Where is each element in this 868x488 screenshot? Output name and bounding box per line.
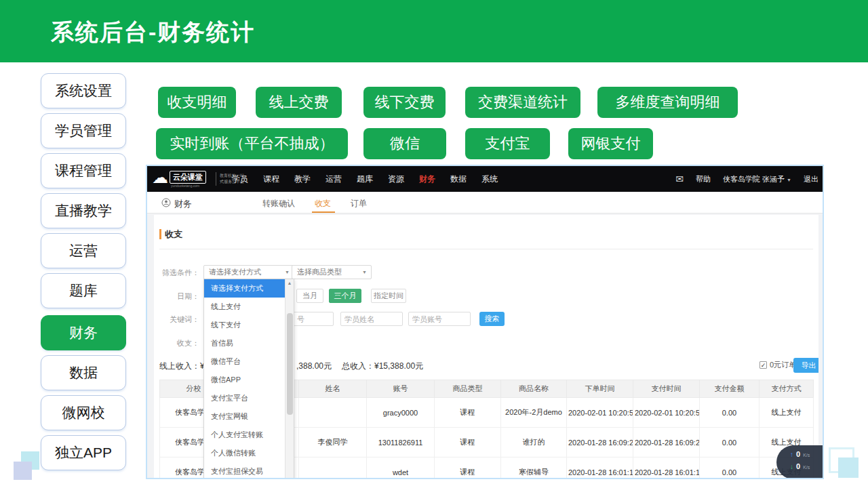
nav-item-data[interactable]: 数据: [450, 174, 467, 185]
table-cell: 课程: [435, 458, 501, 480]
sidebar-item-finance[interactable]: 财务: [41, 315, 126, 350]
payment-method-select[interactable]: 请选择支付方式 ▼: [203, 265, 294, 279]
nav-item-question-bank[interactable]: 题库: [357, 174, 373, 185]
online-income-suffix: ,388.00元: [296, 361, 332, 372]
table-header-cell: 商品名称: [501, 380, 567, 398]
income-expense-panel: 收支 筛选条件： 请选择支付方式 ▼ 选择商品类型 ▼ 日期： 当月 三个月 指…: [154, 215, 818, 479]
table-header-cell: 支付时间: [633, 380, 700, 398]
student-name-input[interactable]: [340, 312, 403, 326]
feature-offline-payment[interactable]: 线下交费: [363, 87, 446, 118]
nav-item-operations[interactable]: 运营: [326, 174, 342, 185]
logo-url: yunduoketang.com: [171, 184, 199, 188]
dropdown-option[interactable]: 个人支付宝转账: [204, 426, 286, 444]
keyword-label: 关键词：: [154, 314, 199, 325]
tab-transfer-confirm[interactable]: 转账确认: [262, 198, 295, 209]
feature-income-expense-detail[interactable]: 收支明细: [158, 87, 236, 118]
export-button[interactable]: 导出: [793, 358, 818, 373]
upload-speed-value: 0: [796, 450, 800, 458]
product-type-select-value: 选择商品类型: [297, 268, 342, 276]
sidebar-item-student-management[interactable]: 学员管理: [41, 113, 126, 148]
messages-icon[interactable]: ✉: [675, 174, 684, 184]
dropdown-scrollbar[interactable]: ▲: [285, 279, 294, 479]
feature-netbank-payment[interactable]: 网银支付: [568, 128, 653, 159]
dropdown-option[interactable]: 线下支付: [204, 316, 286, 334]
table-cell: 寒假辅导: [501, 458, 567, 480]
table-cell: [299, 398, 367, 428]
user-menu[interactable]: 侠客岛学院 张涵予 ▼: [723, 174, 791, 184]
logout-link[interactable]: 退出: [804, 174, 818, 184]
table-header-cell: 支付方式: [760, 380, 814, 398]
table-header-cell: 账号: [367, 380, 435, 398]
divider: [159, 249, 813, 249]
table-cell: 2020-01-28 16:09:27: [633, 428, 700, 458]
scrollbar-thumb[interactable]: [287, 313, 293, 415]
decor-square-lavender: [14, 462, 32, 480]
feature-multidimensional-query[interactable]: 多维度查询明细: [597, 87, 738, 118]
dropdown-option[interactable]: 个人微信转账: [204, 444, 286, 462]
nav-item-teaching[interactable]: 教学: [294, 174, 311, 185]
sidebar-item-live-teaching[interactable]: 直播教学: [41, 193, 126, 228]
user-name: 侠客岛学院 张涵予: [723, 175, 785, 183]
dropdown-option[interactable]: 请选择支付方式: [204, 279, 286, 298]
online-income-prefix: 线上收入：¥: [159, 361, 205, 372]
chevron-down-icon: ▼: [787, 178, 791, 182]
feature-online-payment[interactable]: 线上交费: [256, 87, 342, 118]
nav-item-finance[interactable]: 财务: [419, 174, 435, 185]
decor-square-fill: [838, 458, 859, 478]
keyword-input[interactable]: [293, 312, 334, 326]
table-cell: 课程: [435, 398, 501, 428]
sidebar-item-course-management[interactable]: 课程管理: [41, 153, 126, 188]
active-tab-underline: [312, 211, 335, 213]
feature-payment-channel-stats[interactable]: 交费渠道统计: [465, 87, 580, 118]
nav-item-courses[interactable]: 课程: [263, 174, 279, 185]
feature-wechat[interactable]: 微信: [363, 128, 446, 159]
finance-section-icon: [161, 198, 171, 209]
scroll-up-icon[interactable]: ▲: [285, 281, 294, 285]
feature-realtime-settlement[interactable]: 实时到账（平台不抽成）: [156, 128, 348, 159]
product-type-select[interactable]: 选择商品类型 ▼: [292, 265, 372, 279]
heading-accent-bar: [159, 229, 161, 239]
sidebar-item-micro-school[interactable]: 微网校: [41, 395, 126, 430]
dropdown-option[interactable]: 微信平台: [204, 352, 286, 371]
table-cell: 0.00: [700, 458, 760, 480]
dropdown-option[interactable]: 支付宝平台: [204, 389, 286, 407]
table-cell: 2020-01-28 16:01:17: [567, 458, 633, 480]
table-cell: 0.00: [700, 428, 760, 458]
dropdown-option[interactable]: 支付宝网银: [204, 407, 286, 426]
sidebar-item-data[interactable]: 数据: [41, 355, 126, 390]
feature-alipay[interactable]: 支付宝: [465, 128, 550, 159]
table-cell: 13011826911: [367, 428, 435, 458]
date-three-months-button[interactable]: 三个月: [329, 289, 361, 303]
dropdown-option[interactable]: 线上支付: [204, 298, 286, 316]
dropdown-option[interactable]: 微信APP: [204, 371, 286, 389]
download-speed-value: 0: [796, 462, 800, 470]
zero-order-checkbox[interactable]: ✓ 0元订单: [760, 360, 796, 370]
nav-item-students[interactable]: 学员: [232, 174, 248, 185]
table-header-cell: 姓名: [299, 380, 367, 398]
dropdown-option[interactable]: 支付宝担保交易: [204, 462, 286, 479]
tab-orders[interactable]: 订单: [351, 198, 367, 209]
sidebar-item-standalone-app[interactable]: 独立APP: [41, 435, 126, 470]
sidebar-item-system-settings[interactable]: 系统设置: [41, 73, 126, 108]
table-cell: 2020-02-01 10:20:56: [633, 398, 700, 428]
nav-item-resources[interactable]: 资源: [388, 174, 404, 185]
nav-item-system[interactable]: 系统: [481, 174, 498, 185]
dropdown-option[interactable]: 首信易: [204, 334, 286, 352]
sidebar-item-operations[interactable]: 运营: [41, 233, 126, 268]
table-cell: 课程: [435, 428, 501, 458]
table-cell: 2020-01-28 16:09:27: [567, 428, 633, 458]
student-account-input[interactable]: [408, 312, 471, 326]
date-current-month-button[interactable]: 当月: [296, 289, 323, 303]
table-cell: 李俊同学: [299, 428, 367, 458]
tab-income-expense[interactable]: 收支: [315, 198, 331, 209]
table-header-cell: 支付金额: [700, 380, 760, 398]
admin-screenshot: ☁ 云朵课堂 yunduoketang.com 教育机构一站 式服务云平台 学员…: [146, 165, 824, 479]
date-custom-range-button[interactable]: 指定时间: [371, 289, 406, 303]
help-link[interactable]: 帮助: [696, 174, 711, 184]
caret-down-icon: ▼: [285, 266, 290, 279]
sidebar-item-question-bank[interactable]: 题库: [41, 273, 126, 308]
upload-arrow-icon: ↑: [790, 451, 793, 458]
logo-divider: [216, 172, 216, 186]
search-button[interactable]: 搜索: [479, 312, 505, 326]
table-cell: 2020年-2月demo: [501, 398, 567, 428]
